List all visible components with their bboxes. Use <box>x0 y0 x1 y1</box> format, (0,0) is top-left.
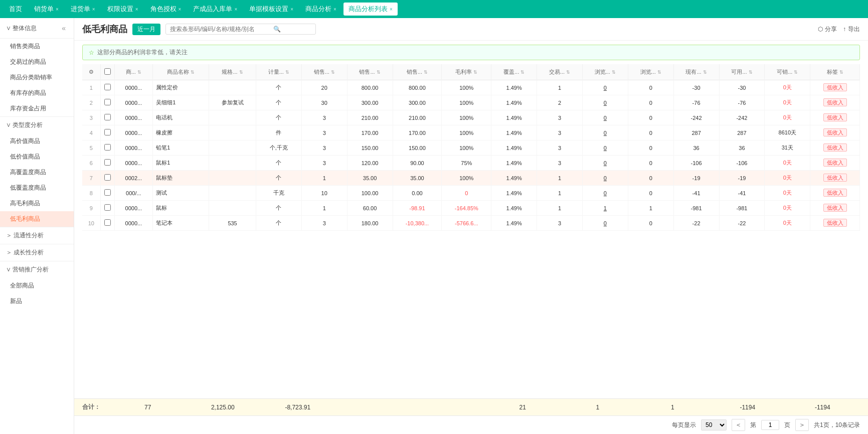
nav-permissions[interactable]: 权限设置 × <box>102 3 143 16</box>
nav-home[interactable]: 首页 <box>4 3 27 16</box>
search-icon[interactable]: 🔍 <box>273 26 281 33</box>
browse1-link[interactable]: 1 <box>604 205 607 211</box>
cell-spec <box>209 110 256 125</box>
sidebar-item-traded-goods[interactable]: 交易过的商品 <box>0 54 74 70</box>
nav-sales-close[interactable]: × <box>56 7 59 12</box>
per-page-select[interactable]: 50 100 200 <box>701 419 727 430</box>
cell-browse1[interactable]: 0 <box>582 186 628 201</box>
sidebar-group-marketing[interactable]: ∨ 营销推广分析 <box>0 261 74 278</box>
row-checkbox[interactable] <box>104 159 111 166</box>
col-code[interactable]: 商... ⇅ <box>114 64 153 80</box>
nav-templates[interactable]: 单据模板设置 × <box>244 3 298 16</box>
cell-name: 铅笔1 <box>153 140 209 156</box>
row-checkbox[interactable] <box>104 174 111 181</box>
nav-products-close[interactable]: × <box>234 7 237 12</box>
col-unit[interactable]: 计量... ⇅ <box>256 64 301 80</box>
browse1-link[interactable]: 0 <box>604 115 607 121</box>
col-sales-amount[interactable]: 销售... ⇅ <box>393 64 442 80</box>
nav-products[interactable]: 产成品入库单 × <box>188 3 242 16</box>
sidebar-group-overall[interactable]: ∨ 整体信息 <box>6 24 37 33</box>
row-checkbox[interactable] <box>104 84 111 90</box>
sidebar-item-inventory-capital[interactable]: 库存资金占用 <box>0 101 74 116</box>
cell-sales-qty: 10 <box>301 186 347 201</box>
sidebar-item-category-rate[interactable]: 商品分类助销率 <box>0 70 74 85</box>
browse1-link[interactable]: 0 <box>604 130 607 136</box>
nav-analysis[interactable]: 商品分析 × <box>300 3 341 16</box>
cell-sales-amount: 0.00 <box>393 186 442 201</box>
col-sales-price[interactable]: 销售... ⇅ <box>347 64 393 80</box>
sidebar-item-high-value[interactable]: 高价值商品 <box>0 133 74 149</box>
share-btn[interactable]: ⬡ 分享 <box>818 25 837 34</box>
browse1-link[interactable]: 0 <box>604 145 607 151</box>
cell-browse1[interactable]: 0 <box>582 125 628 140</box>
nav-purchase-close[interactable]: × <box>92 7 95 12</box>
row-checkbox[interactable] <box>104 144 111 151</box>
col-available[interactable]: 可用... ⇅ <box>719 64 765 80</box>
col-sellable[interactable]: 可销... ⇅ <box>765 64 810 80</box>
sidebar-item-stocked-goods[interactable]: 有库存的商品 <box>0 85 74 101</box>
col-settings[interactable]: ⚙ <box>82 64 100 80</box>
cell-browse1[interactable]: 0 <box>582 216 628 231</box>
col-browse1[interactable]: 浏览... ⇅ <box>582 64 628 80</box>
sidebar-item-low-coverage[interactable]: 低覆盖度商品 <box>0 180 74 196</box>
nav-roles[interactable]: 角色授权 × <box>145 3 187 16</box>
sidebar-item-low-value[interactable]: 低价值商品 <box>0 149 74 165</box>
col-sales-qty[interactable]: 销售... ⇅ <box>301 64 347 80</box>
row-checkbox[interactable] <box>104 99 111 105</box>
col-name[interactable]: 商品名称 ⇅ <box>153 64 209 80</box>
cell-sales-qty: 1 <box>301 201 347 216</box>
sidebar-item-sales-goods[interactable]: 销售类商品 <box>0 39 74 54</box>
col-trade[interactable]: 交易... ⇅ <box>537 64 583 80</box>
browse1-link[interactable]: 0 <box>604 220 607 226</box>
cell-browse1[interactable]: 0 <box>582 80 628 95</box>
sidebar-item-new-goods[interactable]: 新品 <box>0 294 74 309</box>
sidebar-group-growth[interactable]: ＞ 成长性分析 <box>0 244 74 261</box>
col-coverage[interactable]: 覆盖... ⇅ <box>491 64 537 80</box>
next-page-btn[interactable]: ＞ <box>795 419 809 431</box>
select-all-checkbox[interactable] <box>104 68 111 75</box>
tag-badge: 低收入 <box>823 219 847 227</box>
cell-browse1[interactable]: 0 <box>582 171 628 186</box>
nav-permissions-close[interactable]: × <box>135 7 138 12</box>
cell-browse1[interactable]: 1 <box>582 201 628 216</box>
col-gross-rate[interactable]: 毛利率 ⇅ <box>442 64 491 80</box>
col-current[interactable]: 现有... ⇅ <box>673 64 719 80</box>
nav-purchase[interactable]: 进货单 × <box>66 3 100 16</box>
search-input[interactable] <box>170 26 270 33</box>
row-checkbox[interactable] <box>104 114 111 120</box>
nav-templates-close[interactable]: × <box>290 7 293 12</box>
col-spec[interactable]: 规格... ⇅ <box>209 64 256 80</box>
browse1-link[interactable]: 0 <box>604 160 607 166</box>
cell-browse1[interactable]: 0 <box>582 156 628 171</box>
sidebar-item-high-margin[interactable]: 高毛利商品 <box>0 196 74 211</box>
browse1-link[interactable]: 0 <box>604 85 607 91</box>
cell-browse1[interactable]: 0 <box>582 140 628 156</box>
export-btn[interactable]: ↑ 导出 <box>843 25 860 34</box>
cell-browse1[interactable]: 0 <box>582 110 628 125</box>
row-checkbox[interactable] <box>104 189 111 196</box>
page-number-input[interactable] <box>761 420 779 430</box>
cell-browse1[interactable]: 0 <box>582 95 628 110</box>
row-checkbox[interactable] <box>104 204 111 211</box>
cell-code: 0000... <box>114 216 153 231</box>
nav-roles-close[interactable]: × <box>179 7 182 12</box>
nav-sales[interactable]: 销货单 × <box>29 3 64 16</box>
col-tag[interactable]: 标签 ⇅ <box>810 64 860 80</box>
prev-page-btn[interactable]: ＜ <box>732 419 745 431</box>
nav-analysis-close[interactable]: × <box>333 7 336 12</box>
browse1-link[interactable]: 0 <box>604 175 607 181</box>
sidebar-group-analysis[interactable]: ∨ 类型度分析 <box>0 116 74 133</box>
nav-analysis-list[interactable]: 商品分析列表 × <box>343 3 398 16</box>
col-browse2[interactable]: 浏览... ⇅ <box>628 64 673 80</box>
nav-analysis-list-close[interactable]: × <box>390 7 393 12</box>
row-checkbox[interactable] <box>104 129 111 135</box>
sidebar-group-flow[interactable]: ＞ 流通性分析 <box>0 227 74 244</box>
sidebar-item-low-margin[interactable]: 低毛利商品 <box>0 211 74 227</box>
filter-recent-month-btn[interactable]: 近一月 <box>132 24 160 35</box>
sidebar-collapse-btn[interactable]: « <box>60 22 68 34</box>
browse1-link[interactable]: 0 <box>604 190 607 196</box>
row-checkbox[interactable] <box>104 219 111 226</box>
browse1-link[interactable]: 0 <box>604 100 607 106</box>
sidebar-item-high-coverage[interactable]: 高覆盖度商品 <box>0 165 74 180</box>
sidebar-item-all-goods[interactable]: 全部商品 <box>0 278 74 294</box>
